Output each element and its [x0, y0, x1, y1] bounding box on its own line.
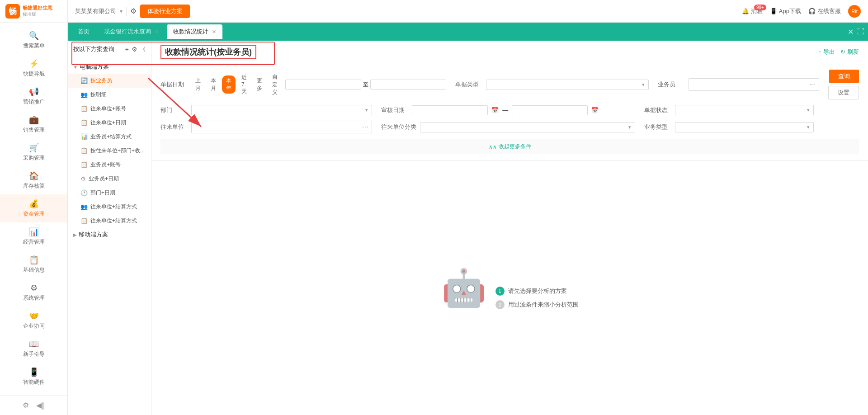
collapse-icon: ∧∧	[489, 144, 497, 150]
scheme-item-client-dept[interactable]: 📋 按往来单位+部门+收...	[68, 144, 151, 158]
refresh-button[interactable]: ↻ 刷新	[840, 48, 859, 56]
scheme-item-client-settle1[interactable]: 👥 往来单位+结算方式	[68, 200, 151, 214]
business-type-label: 业务类型	[644, 123, 671, 131]
sidebar-item-wechat[interactable]: 💬 企业微信	[0, 391, 67, 395]
desktop-group-header[interactable]: ▼ 电脑端方案	[68, 60, 151, 74]
scheme-item-salesman-settle[interactable]: 📊 业务员+结算方式	[68, 130, 151, 144]
doc-status-select[interactable]: ▾	[675, 105, 814, 115]
close-collection-stats-tab[interactable]: ✕	[212, 29, 216, 35]
scheme-list: ▼ 电脑端方案 🔄 按业务员 👥 按明细 📋	[68, 58, 151, 415]
scheme-item-client-date[interactable]: 📋 往来单位+日期	[68, 116, 151, 130]
sales-icon: 💼	[29, 115, 39, 125]
window-controls: ✕ ⛶	[848, 28, 864, 36]
sidebar-item-inventory[interactable]: 🏠 库存核算	[0, 166, 67, 194]
salesman-select[interactable]: ···	[689, 78, 819, 91]
mobile-scheme-group: ▶ 移动端方案	[68, 228, 151, 241]
tab-collection-stats[interactable]: 收款情况统计 ✕	[167, 24, 222, 39]
sidebar-item-operation[interactable]: 📊 经营管理	[0, 222, 67, 250]
close-window-button[interactable]: ✕	[848, 28, 854, 36]
date-to-input[interactable]: 2023-12-31	[370, 80, 446, 90]
date-tab-this-year[interactable]: 本年	[222, 75, 236, 94]
scheme-item-salesman-account[interactable]: 📋 业务员+账号	[68, 158, 151, 172]
collapse-more-conditions[interactable]: ∧∧ 收起更多条件	[160, 139, 859, 154]
maximize-window-button[interactable]: ⛶	[857, 28, 864, 36]
sidebar-item-search[interactable]: 🔍 搜索菜单	[0, 26, 67, 54]
trial-button[interactable]: 体验行业方案	[140, 5, 190, 18]
sidebar-item-basic[interactable]: 📋 基础信息	[0, 250, 67, 278]
search-actions: 查询 设置	[828, 70, 859, 99]
date-range: 2023-01-01 至 2023-12-31	[285, 80, 446, 90]
sidebar-item-sales[interactable]: 💼 销售管理	[0, 110, 67, 138]
sidebar-item-marketing[interactable]: 📢 营销推广	[0, 82, 67, 110]
logo-area: 畅 畅捷通好生意 标准版	[0, 0, 67, 23]
tab-bank-flow[interactable]: 现金银行流水查询 ✕	[98, 24, 165, 39]
mobile-group-header[interactable]: ▶ 移动端方案	[68, 228, 151, 241]
tip-text-1: 请先选择要分析的方案	[508, 287, 567, 295]
query-button[interactable]: 查询	[829, 70, 859, 83]
review-date-from-input[interactable]: yyyy-mm-dd	[412, 105, 488, 115]
sidebar-item-finance[interactable]: 💰 资金管理	[0, 194, 67, 222]
nav-list: 🔍 搜索菜单 ⚡ 快捷导航 📢 营销推广 💼 销售管理 🛒 采购管理 🏠	[0, 23, 67, 395]
client-more-button[interactable]: ···	[362, 123, 368, 131]
purchase-icon: 🛒	[29, 143, 39, 153]
date-tab-custom[interactable]: 自定义	[268, 72, 282, 98]
page-area: 按以下方案查询 + ⚙ 《 ▼ 电脑端方案	[68, 41, 868, 415]
doc-type-select[interactable]: ▾	[486, 80, 649, 90]
page-title: 收款情况统计(按业务员)	[160, 45, 256, 59]
operation-icon: 📊	[29, 227, 39, 237]
empty-tip-1: 1 请先选择要分析的方案	[495, 287, 579, 296]
scheme-item-client-account[interactable]: 📋 往来单位+账号	[68, 102, 151, 116]
scheme-item-salesman-date[interactable]: ⚙ 业务员+日期	[68, 172, 151, 186]
date-tab-this-month[interactable]: 本月	[207, 75, 220, 94]
sidebar-item-guide[interactable]: 📖 新手引导	[0, 335, 67, 363]
tab-home[interactable]: 首页	[71, 24, 96, 39]
date-tab-last7[interactable]: 近7天	[237, 72, 251, 97]
date-tab-prev-month[interactable]: 上月	[191, 75, 205, 94]
business-type-select[interactable]: ▾	[675, 122, 814, 132]
company-dropdown-icon[interactable]: ▾	[120, 8, 123, 14]
scheme-item-dept-date[interactable]: 🕐 部门+日期	[68, 186, 151, 200]
date-from-input[interactable]: 2023-01-01	[285, 80, 361, 90]
robot-illustration: 🤖	[441, 267, 486, 309]
user-avatar[interactable]: Rit	[848, 5, 861, 18]
calendar-to-icon[interactable]: 📅	[591, 107, 599, 113]
settings-footer-icon[interactable]: ⚙	[23, 401, 29, 410]
sidebar-item-purchase[interactable]: 🛒 采购管理	[0, 138, 67, 166]
logo-brand: 畅捷通好生意	[23, 5, 52, 11]
close-bank-flow-tab[interactable]: ✕	[155, 29, 159, 35]
online-service-button[interactable]: 🎧 在线客服	[808, 7, 841, 15]
collapse-scheme-panel-button[interactable]: 《	[140, 46, 146, 53]
system-icon: ⚙	[30, 283, 38, 293]
dept-label: 部门	[160, 106, 188, 114]
client-date-icon: 📋	[80, 119, 88, 126]
date-tab-more[interactable]: 更多	[253, 75, 266, 94]
sidebar-item-enterprise[interactable]: 🤝 企业协同	[0, 307, 67, 335]
sidebar-item-hardware[interactable]: 📱 智能硬件	[0, 363, 67, 391]
setting-button[interactable]: 设置	[828, 86, 859, 99]
calendar-from-icon[interactable]: 📅	[491, 107, 499, 113]
doc-type-field: 单据类型 ▾	[455, 80, 649, 90]
client-category-label: 往来单位分类	[381, 123, 416, 131]
scheme-settings-button[interactable]: ⚙	[132, 46, 137, 53]
export-button[interactable]: ↑ 导出	[819, 48, 835, 56]
by-salesman-icon: 🔄	[80, 77, 88, 84]
scheme-item-by-detail[interactable]: 👥 按明细	[68, 88, 151, 102]
app-download-button[interactable]: 📱 App下载	[770, 7, 801, 15]
messages-button[interactable]: 🔔 消息 99+	[742, 7, 763, 15]
dept-select[interactable]: ▾	[191, 105, 372, 115]
sidebar-item-system[interactable]: ⚙ 系统管理	[0, 278, 67, 307]
client-category-select[interactable]: ▾	[420, 122, 635, 132]
review-date-to-input[interactable]: yyyy-mm-dd	[512, 105, 588, 115]
scheme-item-client-settle2[interactable]: 📋 往来单位+结算方式	[68, 214, 151, 228]
marketing-icon: 📢	[29, 87, 39, 97]
scheme-item-by-salesman[interactable]: 🔄 按业务员	[68, 74, 151, 88]
phone-icon: 📱	[770, 8, 777, 14]
date-field: 单据日期 上月 本月 本年 近7天 更多 自定义 2023-01-01	[160, 72, 446, 98]
add-scheme-button[interactable]: +	[125, 46, 129, 53]
topbar-gear-icon[interactable]: ⚙	[130, 7, 137, 15]
collapse-sidebar-icon[interactable]: ◀‖	[36, 401, 45, 410]
salesman-more-button[interactable]: ···	[809, 80, 815, 89]
sidebar-item-quicknav[interactable]: ⚡ 快捷导航	[0, 54, 67, 82]
export-icon: ↑	[819, 48, 822, 55]
client-select[interactable]: ···	[191, 121, 372, 133]
